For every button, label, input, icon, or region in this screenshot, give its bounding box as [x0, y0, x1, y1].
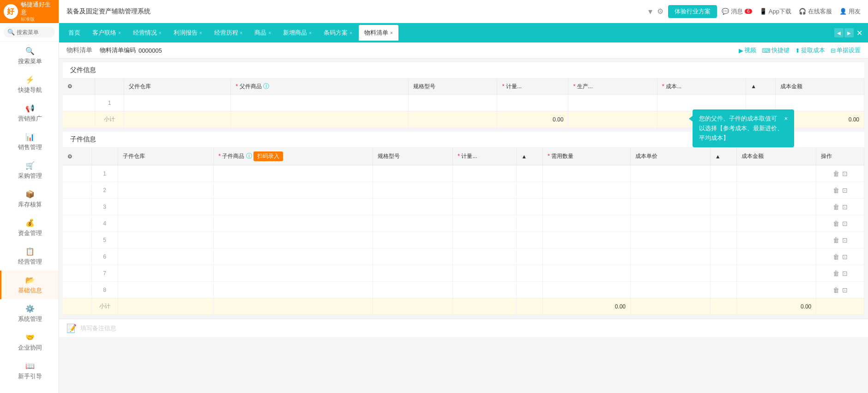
child-unit-2[interactable] [453, 199, 517, 215]
delete-icon-2[interactable]: 🗑 [833, 203, 839, 211]
child-table-row[interactable]: 3 🗑 ⊡ [63, 199, 864, 215]
tab-close-4[interactable]: × [240, 30, 243, 36]
sidebar-item-4[interactable]: 🛒采购管理 [0, 156, 59, 185]
delete-icon-7[interactable]: 🗑 [833, 286, 839, 294]
nav-prev-btn[interactable]: ◀ [834, 28, 844, 37]
sidebar-item-9[interactable]: ⚙️系统管理 [0, 299, 59, 328]
child-table-row[interactable]: 1 🗑 ⊡ [63, 165, 864, 182]
child-quantity-5[interactable] [543, 248, 631, 265]
child-table-row[interactable]: 7 🗑 ⊡ [63, 265, 864, 282]
child-unit-7[interactable] [453, 282, 517, 298]
child-table-row[interactable]: 8 🗑 ⊡ [63, 282, 864, 298]
child-quantity-4[interactable] [543, 232, 631, 248]
child-spec-6[interactable] [373, 265, 453, 282]
close-all-tabs-icon[interactable]: ✕ [855, 27, 864, 39]
child-unit-0[interactable] [453, 165, 517, 182]
copy-icon-6[interactable]: ⊡ [842, 270, 848, 277]
child-warehouse-3[interactable] [118, 215, 213, 232]
child-quantity-1[interactable] [543, 182, 631, 199]
nav-tab-1[interactable]: 客户联络× [87, 25, 127, 41]
tab-close-1[interactable]: × [118, 30, 121, 36]
child-product-7[interactable] [213, 282, 373, 298]
child-table-row[interactable]: 5 🗑 ⊡ [63, 232, 864, 248]
child-warehouse-2[interactable] [118, 199, 213, 215]
delete-icon-1[interactable]: 🗑 [833, 187, 839, 194]
nav-tab-7[interactable]: 条码方案× [318, 25, 358, 41]
parent-spec-cell[interactable] [409, 95, 497, 111]
sidebar-item-1[interactable]: ⚡快捷导航 [0, 70, 59, 99]
child-table-row[interactable]: 2 🗑 ⊡ [63, 182, 864, 199]
nav-tab-8[interactable]: 物料清单× [359, 25, 398, 41]
nav-tab-2[interactable]: 经营情况× [127, 25, 167, 41]
user-item[interactable]: 👤 用友 [839, 7, 861, 16]
delete-icon-0[interactable]: 🗑 [833, 170, 839, 177]
child-spec-3[interactable] [373, 215, 453, 232]
sidebar-item-8[interactable]: 📂基础信息 [0, 271, 59, 299]
child-unit-3[interactable] [453, 215, 517, 232]
nav-tab-0[interactable]: 首页 [63, 25, 86, 41]
child-spec-0[interactable] [373, 165, 453, 182]
tab-close-5[interactable]: × [268, 30, 271, 36]
sidebar-item-10[interactable]: 🤝企业协同 [0, 328, 59, 357]
delete-icon-6[interactable]: 🗑 [833, 270, 839, 277]
child-quantity-2[interactable] [543, 199, 631, 215]
copy-icon-1[interactable]: ⊡ [842, 187, 848, 194]
child-spec-1[interactable] [373, 182, 453, 199]
parent-unit-cell[interactable] [497, 95, 568, 111]
child-spec-5[interactable] [373, 248, 453, 265]
child-product-3[interactable] [213, 215, 373, 232]
child-spec-2[interactable] [373, 199, 453, 215]
sidebar-item-6[interactable]: 💰资金管理 [0, 213, 59, 242]
nav-tab-3[interactable]: 利润报告× [168, 25, 208, 41]
copy-icon-0[interactable]: ⊡ [842, 170, 848, 177]
view-action[interactable]: ▶ 视频 [739, 46, 756, 54]
parent-product-cell[interactable] [231, 95, 409, 111]
tab-close-6[interactable]: × [309, 30, 312, 36]
single-setting-action[interactable]: ⊟ 单据设置 [831, 46, 861, 54]
dropdown-icon[interactable]: ▾ [648, 6, 652, 17]
child-product-2[interactable] [213, 199, 373, 215]
child-product-0[interactable] [213, 165, 373, 182]
search-input[interactable] [17, 29, 49, 36]
child-unit-5[interactable] [453, 248, 517, 265]
child-product-5[interactable] [213, 248, 373, 265]
tab-close-7[interactable]: × [350, 30, 352, 36]
child-product-4[interactable] [213, 232, 373, 248]
trial-button[interactable]: 体验行业方案 [668, 5, 717, 18]
copy-icon-4[interactable]: ⊡ [842, 236, 848, 244]
child-warehouse-1[interactable] [118, 182, 213, 199]
child-warehouse-4[interactable] [118, 232, 213, 248]
nav-tab-5[interactable]: 商品× [249, 25, 277, 41]
child-th-settings[interactable]: ⚙ [63, 148, 91, 165]
parent-production-cell[interactable] [568, 95, 657, 111]
nav-tab-4[interactable]: 经营历程× [209, 25, 248, 41]
copy-icon-5[interactable]: ⊡ [842, 253, 848, 260]
child-product-6[interactable] [213, 265, 373, 282]
message-item[interactable]: 💬 消息 6 [722, 7, 752, 16]
child-warehouse-5[interactable] [118, 248, 213, 265]
child-unit-1[interactable] [453, 182, 517, 199]
note-placeholder[interactable]: 填写备注信息 [80, 324, 116, 333]
child-spec-4[interactable] [373, 232, 453, 248]
child-spec-7[interactable] [373, 282, 453, 298]
nav-next-btn[interactable]: ▶ [844, 28, 854, 37]
copy-icon-7[interactable]: ⊡ [842, 286, 848, 294]
settings-icon[interactable]: ⚙ [657, 7, 663, 16]
th-settings[interactable]: ⚙ [63, 79, 95, 95]
delete-icon-4[interactable]: 🗑 [833, 236, 839, 244]
tab-close-8[interactable]: × [390, 30, 393, 36]
child-table-row[interactable]: 4 🗑 ⊡ [63, 215, 864, 232]
child-unit-4[interactable] [453, 232, 517, 248]
nav-tab-6[interactable]: 新增商品× [277, 25, 317, 41]
copy-icon-2[interactable]: ⊡ [842, 203, 848, 211]
child-unit-6[interactable] [453, 265, 517, 282]
child-warehouse-6[interactable] [118, 265, 213, 282]
parent-warehouse-cell[interactable] [124, 95, 231, 111]
delete-icon-5[interactable]: 🗑 [833, 253, 839, 260]
child-product-1[interactable] [213, 182, 373, 199]
child-quantity-7[interactable] [543, 282, 631, 298]
sidebar-item-5[interactable]: 📦库存核算 [0, 185, 59, 213]
sidebar-item-3[interactable]: 📊销售管理 [0, 127, 59, 156]
tooltip-close-btn[interactable]: × [784, 114, 788, 124]
search-box[interactable]: 🔍 [4, 27, 55, 37]
